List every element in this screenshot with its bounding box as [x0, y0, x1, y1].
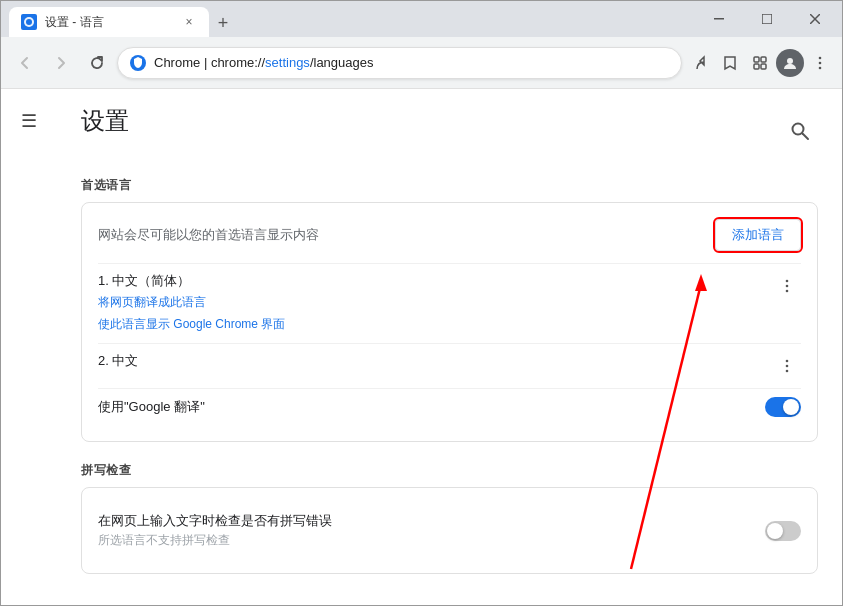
svg-point-14 [786, 280, 789, 283]
svg-point-17 [786, 360, 789, 363]
card-header: 网站会尽可能以您的首选语言显示内容 添加语言 [98, 219, 801, 251]
svg-point-11 [819, 66, 822, 69]
add-language-button[interactable]: 添加语言 [715, 219, 801, 251]
tab-favicon [21, 14, 37, 30]
minimize-button[interactable] [696, 1, 742, 37]
close-button[interactable] [792, 1, 838, 37]
svg-point-18 [786, 365, 789, 368]
settings-search-button[interactable] [782, 113, 818, 149]
svg-point-9 [819, 56, 822, 59]
address-actions [686, 49, 834, 77]
language-item-2: 2. 中文 [98, 343, 801, 388]
address-url: chrome://settings/languages [211, 55, 374, 70]
extension-button[interactable] [746, 49, 774, 77]
lang-ui-link-1[interactable]: 使此语言显示 Google Chrome 界面 [98, 314, 773, 336]
language-item-1: 1. 中文（简体） 将网页翻译成此语言 使此语言显示 Google Chrome… [98, 263, 801, 343]
page-content: ☰ 设置 首选语言 网站会尽可能以您的首选语言显示内容 添加语言 [1, 89, 842, 605]
lang-menu-2[interactable] [773, 352, 801, 380]
tab-close-button[interactable]: × [181, 14, 197, 30]
lang-info-1: 1. 中文（简体） 将网页翻译成此语言 使此语言显示 Google Chrome… [98, 272, 773, 335]
svg-point-10 [819, 61, 822, 64]
tab-title: 设置 - 语言 [45, 14, 104, 31]
window-controls [696, 1, 842, 37]
share-button[interactable] [686, 49, 714, 77]
svg-point-19 [786, 370, 789, 373]
svg-rect-7 [761, 64, 766, 69]
svg-rect-4 [754, 57, 759, 62]
settings-sidebar: ☰ [1, 89, 57, 605]
titlebar: 设置 - 语言 × + [1, 1, 842, 37]
spell-check-card: 在网页上输入文字时检查是否有拼写错误 所选语言不支持拼写检查 [81, 487, 818, 574]
address-separator: | [204, 55, 211, 70]
reload-button[interactable] [81, 47, 113, 79]
spell-check-description: 在网页上输入文字时检查是否有拼写错误 [98, 512, 332, 530]
address-bar: Chrome | chrome://settings/languages [1, 37, 842, 89]
browser-window: 设置 - 语言 × + [0, 0, 843, 606]
lang-name-2: 2. 中文 [98, 352, 773, 370]
tab-bar: 设置 - 语言 × + [1, 1, 696, 37]
spell-check-info: 在网页上输入文字时检查是否有拼写错误 所选语言不支持拼写检查 [98, 512, 332, 549]
spell-check-toggle[interactable] [765, 521, 801, 541]
forward-button[interactable] [45, 47, 77, 79]
google-translate-row: 使用"Google 翻译" [98, 388, 801, 425]
chrome-brand: Chrome [154, 55, 200, 70]
svg-point-16 [786, 290, 789, 293]
spell-check-row: 在网页上输入文字时检查是否有拼写错误 所选语言不支持拼写检查 [98, 504, 801, 557]
site-security-icon [130, 55, 146, 71]
active-tab[interactable]: 设置 - 语言 × [9, 7, 209, 37]
address-input-wrap[interactable]: Chrome | chrome://settings/languages [117, 47, 682, 79]
google-translate-toggle[interactable] [765, 397, 801, 417]
svg-point-8 [787, 58, 793, 64]
svg-rect-1 [762, 14, 772, 24]
address-text: Chrome | chrome://settings/languages [154, 55, 669, 70]
lang-translate-link-1[interactable]: 将网页翻译成此语言 [98, 292, 773, 314]
svg-rect-0 [714, 18, 724, 20]
menu-button[interactable] [806, 49, 834, 77]
svg-rect-6 [754, 64, 759, 69]
page-title: 设置 [81, 105, 129, 137]
svg-point-15 [786, 285, 789, 288]
settings-main: 设置 首选语言 网站会尽可能以您的首选语言显示内容 添加语言 [57, 89, 842, 605]
lang-info-2: 2. 中文 [98, 352, 773, 372]
card-description: 网站会尽可能以您的首选语言显示内容 [98, 226, 319, 244]
svg-line-13 [803, 134, 809, 140]
sidebar-menu-icon[interactable]: ☰ [9, 101, 49, 141]
profile-button[interactable] [776, 49, 804, 77]
preferred-lang-section-title: 首选语言 [81, 177, 818, 194]
bookmark-button[interactable] [716, 49, 744, 77]
settings-layout: ☰ 设置 首选语言 网站会尽可能以您的首选语言显示内容 添加语言 [1, 89, 842, 605]
spell-check-section-title: 拼写检查 [81, 462, 818, 479]
lang-menu-1[interactable] [773, 272, 801, 300]
spell-check-sub-description: 所选语言不支持拼写检查 [98, 532, 332, 549]
back-button[interactable] [9, 47, 41, 79]
preferred-lang-card: 网站会尽可能以您的首选语言显示内容 添加语言 1. 中文（简体） 将网页翻译成此… [81, 202, 818, 442]
google-translate-label: 使用"Google 翻译" [98, 398, 205, 416]
url-settings: settings [265, 55, 310, 70]
lang-name-1: 1. 中文（简体） [98, 272, 773, 290]
maximize-button[interactable] [744, 1, 790, 37]
new-tab-button[interactable]: + [209, 9, 237, 37]
svg-rect-5 [761, 57, 766, 62]
